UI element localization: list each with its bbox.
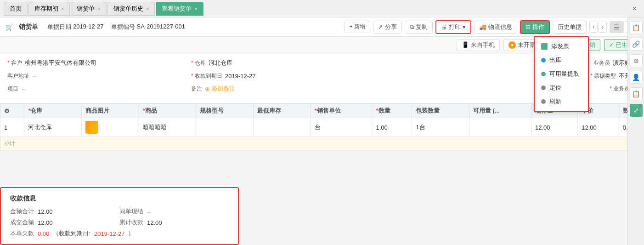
- plus-icon: ⊕: [205, 85, 210, 92]
- print-button[interactable]: 🖨 打印 ▾: [435, 20, 471, 34]
- col-available: 可用量 (...: [469, 104, 531, 118]
- row-spec: [196, 118, 254, 137]
- close-tab-history[interactable]: ×: [146, 6, 149, 11]
- transaction-label: 成交金额: [10, 218, 34, 227]
- right-tool-1[interactable]: 📋: [630, 21, 643, 34]
- badge-orange: ●: [508, 41, 516, 49]
- tab-sales-history[interactable]: 销货单历史 ×: [107, 2, 155, 16]
- window-close-button[interactable]: ×: [629, 3, 640, 15]
- total-label: 金额合计: [10, 207, 34, 216]
- row-unit: 台: [311, 118, 372, 137]
- accumulated-value: 12.00: [147, 219, 162, 226]
- nav-arrows: ‹ ›: [589, 22, 607, 33]
- extract-icon: [541, 72, 546, 76]
- right-tool-4[interactable]: 👤: [630, 71, 643, 84]
- outbound-item[interactable]: 出库: [535, 53, 588, 67]
- col-min-stock: 最低库存: [254, 104, 311, 118]
- row-index: 1: [0, 118, 24, 137]
- col-image: 商品图片: [82, 104, 139, 118]
- payment-due-label: 收款到期日: [191, 72, 222, 80]
- address-label: 客户地址: [7, 72, 29, 80]
- close-tab-inventory[interactable]: ×: [61, 6, 64, 11]
- current-due-value: 0.00: [38, 230, 49, 237]
- available-extract-item[interactable]: 可用量提取: [535, 67, 588, 81]
- share-icon: ↗: [378, 23, 383, 30]
- list-view-button[interactable]: ☰: [610, 21, 624, 33]
- logistics-button[interactable]: 🚚 物流信息: [474, 21, 517, 34]
- due-date-value: 2019-12-27: [94, 230, 125, 237]
- new-button[interactable]: + 新增: [345, 21, 370, 33]
- operations-button[interactable]: ⊞ 操作: [520, 20, 550, 34]
- close-tab-view[interactable]: ×: [194, 6, 197, 11]
- close-tab-sales[interactable]: ×: [97, 6, 100, 11]
- copy-button[interactable]: ⧉ 复制: [405, 21, 433, 34]
- sales-icon: 🛒: [6, 23, 13, 31]
- same-order-label: 同单现结: [119, 207, 143, 216]
- accumulated-item: 累计收款 12.00: [119, 218, 229, 227]
- row-min-stock: [254, 118, 311, 137]
- warehouse-label: 仓库: [191, 59, 206, 67]
- header-actions: + 新增 ↗ 分享 ⧉ 复制 🖨 打印 ▾ 🚚 物流信息 ⊞ 操作 历史单据 ‹…: [345, 20, 638, 34]
- print-dropdown-arrow: ▾: [463, 23, 466, 30]
- tab-sales-order[interactable]: 销货单 ×: [71, 2, 106, 16]
- payment-due-field: 收款到期日 2019-12-27: [191, 72, 375, 80]
- tab-view-sales[interactable]: 查看销货单 ×: [156, 2, 203, 16]
- row-available: [469, 118, 531, 137]
- number-label: 单据编号 SA-20191227-001: [111, 23, 186, 31]
- staff-label: 业务员: [593, 59, 610, 67]
- header-meta: 单据日期 2019-12-27 单据编号 SA-20191227-001: [47, 23, 185, 31]
- locate-item[interactable]: 定位: [535, 81, 588, 95]
- customer-value: 柳州粤港平安气体有限公司: [25, 59, 96, 67]
- col-qty: *数量: [372, 104, 412, 118]
- total-value: 12.00: [38, 208, 53, 215]
- warehouse-field: 仓库 河北仓库: [191, 59, 375, 67]
- due-date-label: （收款到期日:: [53, 229, 90, 238]
- same-order-item: 同单现结 --: [119, 207, 229, 216]
- tab-home[interactable]: 首页: [4, 2, 28, 16]
- current-due-label: 本单欠款: [10, 229, 34, 238]
- staff2-label: 业务员: [610, 85, 630, 93]
- col-pack-qty: 包装数量: [412, 104, 469, 118]
- accumulated-label: 累计收款: [119, 218, 143, 227]
- header-bar: 🛒 销货单 单据日期 2019-12-27 单据编号 SA-20191227-0…: [0, 17, 644, 37]
- gear-icon: ⚙: [4, 108, 10, 114]
- add-note-button[interactable]: ⊕ 添加备注: [205, 85, 235, 93]
- col-product: *商品: [139, 104, 196, 118]
- prev-button[interactable]: ‹: [589, 22, 598, 33]
- note-field: 备注 ⊕ 添加备注: [191, 85, 320, 93]
- from-mobile-button[interactable]: 📱 来自手机: [457, 39, 500, 51]
- right-tool-3[interactable]: ⊕: [630, 54, 643, 67]
- print-icon: 🖨: [441, 23, 447, 30]
- operations-dropdown: 添发票 出库 可用量提取 定位 刷新: [534, 36, 589, 112]
- locate-icon: [541, 85, 546, 90]
- col-warehouse: *仓库: [24, 104, 82, 118]
- total-item: 金额合计 12.00: [10, 207, 119, 216]
- right-toolbar: 📋 🔗 ⊕ 👤 📋 ⤢: [627, 17, 644, 245]
- refresh-item[interactable]: 刷新: [535, 95, 588, 108]
- row-pack-qty: 1台: [412, 118, 469, 137]
- summary-grid: 金额合计 12.00 同单现结 -- 成交金额 12.00 累计收款 12.00…: [10, 207, 229, 238]
- date-label: 单据日期 2019-12-27: [47, 23, 104, 31]
- share-button[interactable]: ↗ 分享: [373, 21, 402, 34]
- page-title: 销货单: [19, 23, 38, 31]
- project-label: 项目: [7, 85, 18, 93]
- expand-button[interactable]: ⤢: [630, 104, 643, 117]
- next-button[interactable]: ›: [599, 22, 607, 33]
- address-field: 客户地址 --: [7, 72, 191, 80]
- history-button[interactable]: 历史单据: [553, 21, 587, 34]
- product-image: [85, 121, 98, 134]
- truck-icon: 🚚: [479, 23, 486, 30]
- right-tool-5[interactable]: 📋: [630, 87, 643, 100]
- tab-inventory-init[interactable]: 库存期初 ×: [28, 2, 70, 16]
- grid-icon: ⊞: [525, 23, 531, 30]
- row-image: [82, 118, 139, 137]
- summary-title: 收款信息: [10, 194, 229, 203]
- col-gear[interactable]: ⚙: [0, 104, 24, 118]
- right-tool-2[interactable]: 🔗: [630, 38, 643, 51]
- tab-bar: 首页 库存期初 × 销货单 × 销货单历史 × 查看销货单 × ×: [0, 0, 644, 17]
- copy-icon: ⧉: [410, 23, 414, 31]
- due-date-suffix: ）: [128, 229, 134, 238]
- summary-panel: 收款信息 金额合计 12.00 同单现结 -- 成交金额 12.00 累计收款 …: [0, 187, 239, 245]
- add-invoice-item[interactable]: 添发票: [535, 40, 588, 53]
- subtotal-cell: 小计: [0, 137, 644, 151]
